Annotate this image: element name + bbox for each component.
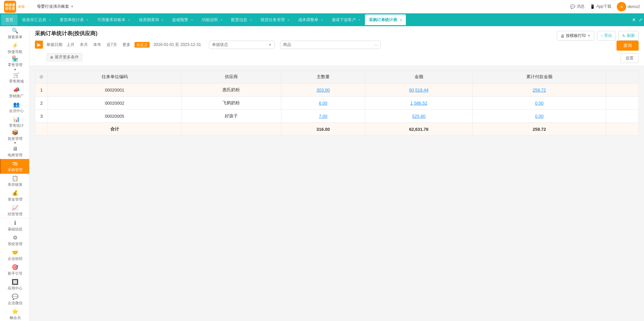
sidebar-item-ecommerce[interactable]: 🖥 电商管理 bbox=[0, 144, 29, 159]
tab-picking-task-close[interactable]: × bbox=[287, 18, 289, 22]
row-code: 00020002 bbox=[48, 97, 181, 110]
export-button[interactable]: ↑ 导出 bbox=[597, 31, 616, 41]
expand-more-conditions-button[interactable]: ⊕ 展开更多条件 bbox=[46, 53, 83, 61]
tab-home[interactable]: 首页 bbox=[1, 14, 17, 25]
settings-button[interactable]: 设置 bbox=[621, 53, 639, 63]
user-name: demo2 bbox=[628, 4, 640, 9]
sidebar-item-member-program[interactable]: ⭐ 畅会员 bbox=[0, 307, 29, 321]
tab-picking-task[interactable]: 拣货任务管理 × bbox=[257, 14, 293, 25]
row-qty[interactable]: 7.00 bbox=[281, 110, 365, 123]
row-amount[interactable]: 1,586.52 bbox=[365, 97, 473, 110]
sidebar-item-purchase[interactable]: 🛍 采购管理 bbox=[0, 159, 29, 174]
tab-cost-adjust-close[interactable]: × bbox=[321, 18, 323, 22]
row-supplier: 飞鹤奶粉 bbox=[181, 97, 281, 110]
sidebar-item-search[interactable]: 🔍 搜索菜单 bbox=[0, 26, 29, 41]
sidebar-item-sys-mgmt[interactable]: ⚙ 系统管理 bbox=[0, 233, 29, 248]
tab-cost-adjust-label: 成本调整单 bbox=[298, 17, 318, 23]
row-amount[interactable]: 60,519.44 bbox=[365, 84, 473, 97]
sidebar-item-app-center[interactable]: 🔲 应用中心 bbox=[0, 277, 29, 292]
shortcut-last-month[interactable]: 上月 bbox=[65, 41, 76, 48]
shortcut-this-month[interactable]: 本月 bbox=[78, 41, 89, 48]
goods-filter-input[interactable]: 商品 ··· bbox=[280, 41, 381, 49]
sidebar-item-member[interactable]: 👥 会员中心 bbox=[0, 100, 29, 115]
workspace-selector[interactable]: 母婴行业演示账套 ▼ bbox=[34, 4, 77, 9]
ecommerce-icon: 🖥 bbox=[12, 146, 18, 152]
sidebar-item-inventory[interactable]: 📋 库存核算 bbox=[0, 174, 29, 189]
sidebar-item-retail-stats[interactable]: 📊 零售统计 bbox=[0, 115, 29, 129]
page-title: 采购订单统计表(按供应商) bbox=[35, 30, 98, 37]
sidebar-item-retail[interactable]: 🏪 零售管理 ▲ bbox=[0, 56, 29, 70]
shortcut-this-year[interactable]: 本年 bbox=[92, 41, 103, 48]
sidebar-item-operations[interactable]: 📈 经营管理 bbox=[0, 203, 29, 218]
tab-invite-customer-label: 邀请下游客户 bbox=[332, 17, 356, 23]
tab-function-desc[interactable]: 功能说明 × bbox=[198, 14, 226, 25]
print-label: 按模板打印 bbox=[566, 33, 586, 39]
sidebar-enterprise-collab-label: 企业协同 bbox=[8, 256, 22, 261]
row-paid[interactable]: 259.72 bbox=[473, 84, 606, 97]
sidebar-item-marketing[interactable]: 📣 营销推广 bbox=[0, 85, 29, 100]
table-settings-icon[interactable]: ⚙ bbox=[39, 74, 44, 79]
tab-receive-summary-close[interactable]: × bbox=[49, 18, 51, 22]
user-avatar-area[interactable]: d demo2 bbox=[617, 2, 640, 11]
footer-amount: 62,631.76 bbox=[365, 123, 473, 136]
content-area: 采购订单统计表(按供应商) 🖨 按模板打印 ▼ ↑ 导出 ↻ 刷新 bbox=[30, 26, 644, 321]
tab-purchase-summary-close[interactable]: × bbox=[400, 18, 402, 22]
tab-order-summary-close[interactable]: × bbox=[87, 18, 89, 22]
tab-overstock-warning-close[interactable]: × bbox=[191, 18, 193, 22]
refresh-button[interactable]: ↻ 刷新 bbox=[619, 31, 639, 41]
user-avatar: d bbox=[617, 2, 626, 11]
tab-overstock-warning[interactable]: 超储预警 × bbox=[168, 14, 197, 25]
logo-label: 标版 bbox=[18, 4, 25, 9]
tab-config-info[interactable]: 配置信息 × bbox=[227, 14, 256, 25]
shortcut-more[interactable]: 更多 bbox=[121, 41, 132, 48]
tab-invite-customer-close[interactable]: × bbox=[359, 18, 361, 22]
tab-cost-adjust[interactable]: 成本调整单 × bbox=[294, 14, 327, 25]
message-button[interactable]: 💬 消息 bbox=[570, 4, 585, 9]
sidebar-item-basic-info[interactable]: ℹ 基础信息 bbox=[0, 218, 29, 233]
shortcut-7days[interactable]: 近7天 bbox=[105, 41, 118, 48]
status-filter-label: 单据状态 bbox=[212, 42, 228, 48]
message-label: 消息 bbox=[577, 4, 585, 9]
data-table: ⚙ 往来单位编码 供应商 主数量 金额 累计付款金额 1 00020001 惠氏… bbox=[35, 70, 639, 136]
row-paid[interactable]: 0.00 bbox=[473, 110, 606, 123]
tab-expiry-query-close[interactable]: × bbox=[162, 18, 164, 22]
tab-available-stock[interactable]: 可用量库存账本 × bbox=[93, 14, 134, 25]
sidebar-app-center-label: 应用中心 bbox=[8, 286, 22, 291]
app-download-button[interactable]: 📱 App下载 bbox=[590, 4, 611, 9]
wholesale-icon: 📦 bbox=[12, 129, 18, 136]
row-amount[interactable]: 525.80 bbox=[365, 110, 473, 123]
query-button[interactable]: 查询 bbox=[616, 41, 639, 51]
tab-receive-summary[interactable]: 收发存汇总表 × bbox=[18, 14, 55, 25]
print-button[interactable]: 🖨 按模板打印 ▼ bbox=[557, 31, 594, 41]
sidebar-item-finance[interactable]: 💰 资金管理 bbox=[0, 189, 29, 203]
sidebar-enterprise-wechat-label: 企业微信 bbox=[8, 301, 22, 306]
sidebar-item-retail-store[interactable]: 🛒 零售商城 bbox=[0, 70, 29, 85]
row-index: 3 bbox=[35, 110, 48, 123]
tab-purchase-summary[interactable]: 采购订单统计表 × bbox=[365, 14, 406, 25]
refresh-icon: ↻ bbox=[622, 34, 626, 38]
table-row: 2 00020002 飞鹤奶粉 6.00 1,586.52 0.00 bbox=[35, 97, 639, 110]
sidebar-inventory-label: 库存核算 bbox=[8, 182, 22, 187]
sidebar-item-newbie[interactable]: 🎯 新手引导 bbox=[0, 263, 29, 277]
filter-expand-arrow[interactable]: ▶ bbox=[35, 41, 43, 49]
tab-config-info-close[interactable]: × bbox=[250, 18, 252, 22]
tab-available-stock-close[interactable]: × bbox=[128, 18, 130, 22]
tab-close-all-icon[interactable]: ✕ bbox=[632, 17, 636, 22]
status-filter-select[interactable]: 单据状态 ▼ bbox=[209, 41, 275, 49]
tab-function-desc-close[interactable]: × bbox=[220, 18, 222, 22]
nav-tabs-right-actions: ✕ ⤢ bbox=[632, 17, 643, 22]
row-paid[interactable]: 0.00 bbox=[473, 97, 606, 110]
tab-invite-customer[interactable]: 邀请下游客户 × bbox=[328, 14, 365, 25]
sidebar-newbie-label: 新手引导 bbox=[8, 271, 22, 276]
row-qty[interactable]: 6.00 bbox=[281, 97, 365, 110]
sidebar-item-enterprise-wechat[interactable]: 💬 企业微信 bbox=[0, 292, 29, 307]
tab-expiry-query[interactable]: 保质期查询 × bbox=[135, 14, 168, 25]
date-custom-badge[interactable]: 自定义 bbox=[135, 42, 150, 48]
sidebar-item-shortcut[interactable]: ⚡ 快捷导航 bbox=[0, 41, 29, 56]
tab-order-summary[interactable]: 要货单统计表 × bbox=[56, 14, 93, 25]
sidebar-item-wholesale[interactable]: 📦 批发管理 ▼ bbox=[0, 129, 29, 144]
tab-expand-icon[interactable]: ⤢ bbox=[639, 17, 643, 22]
sidebar-item-enterprise-collab[interactable]: 🤝 企业协同 bbox=[0, 248, 29, 263]
row-qty[interactable]: 303.00 bbox=[281, 84, 365, 97]
col-supplier-header: 供应商 bbox=[181, 70, 281, 84]
